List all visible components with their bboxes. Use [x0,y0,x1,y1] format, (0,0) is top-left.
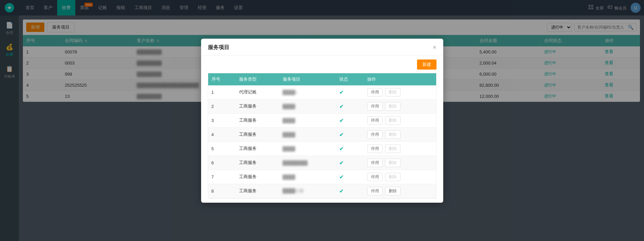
scell-action: 停用 删除 [364,99,436,113]
service-table-header: 序号 服务类型 服务项目 状态 操作 [208,73,436,85]
delete-button[interactable]: 删除 [385,145,401,153]
status-ok-icon: ✔ [339,188,344,194]
scell-status: ✔ [336,156,364,170]
modal-toolbar: 新建 [208,59,437,70]
service-table-row: 4 工商服务 ████ ✔ 停用 删除 [208,127,436,142]
service-item-modal: 服务项目 × 新建 序号 服务类型 服务项目 状态 操作 [201,39,443,203]
scol-action: 操作 [364,73,436,85]
scell-action: 停用 删除 [364,156,436,170]
scell-status: ✔ [336,85,364,99]
scell-item: ████ [279,170,336,184]
scell-status: ✔ [336,99,364,113]
scell-status: ✔ [336,113,364,127]
scell-item: ████ [279,127,336,142]
scell-action: 停用 删除 [364,184,436,198]
modal-header: 服务项目 × [201,39,443,55]
modal-body: 新建 序号 服务类型 服务项目 状态 操作 1 代理记账 [201,55,443,203]
stop-button[interactable]: 停用 [367,173,383,181]
scell-action: 停用 删除 [364,127,436,142]
scol-status: 状态 [336,73,364,85]
stop-button[interactable]: 停用 [367,130,383,139]
status-ok-icon: ✔ [339,89,344,95]
scell-item: ████ [279,99,336,113]
stop-button[interactable]: 停用 [367,187,383,195]
modal-close-button[interactable]: × [433,44,437,50]
delete-button[interactable]: 删除 [385,187,401,195]
service-table-row: 3 工商服务 ████ ✔ 停用 删除 [208,113,436,127]
scell-type: 代理记账 [236,85,279,99]
service-table-wrap: 序号 服务类型 服务项目 状态 操作 1 代理记账 ████1 ✔ 停用 删除 … [208,73,437,199]
status-ok-icon: ✔ [339,118,344,123]
service-table-body: 1 代理记账 ████1 ✔ 停用 删除 2 工商服务 ████ ✔ 停用 删除… [208,85,436,198]
scell-status: ✔ [336,127,364,142]
stop-button[interactable]: 停用 [367,159,383,167]
delete-button[interactable]: 删除 [385,102,401,111]
service-table-row: 6 工商服务 ████████ ✔ 停用 删除 [208,156,436,170]
scell-status: ✔ [336,142,364,156]
scell-seq: 7 [208,170,236,184]
scell-seq: 4 [208,127,236,142]
delete-button[interactable]: 删除 [385,159,401,167]
scell-action: 停用 删除 [364,113,436,127]
scell-type: 工商服务 [236,156,279,170]
service-table-row: 7 工商服务 ████ ✔ 停用 删除 [208,170,436,184]
status-ok-icon: ✔ [339,104,344,109]
stop-button[interactable]: 停用 [367,145,383,153]
scell-seq: 2 [208,99,236,113]
delete-button[interactable]: 删除 [385,173,401,181]
scell-item: ████████ [279,156,336,170]
service-table-row: 1 代理记账 ████1 ✔ 停用 删除 [208,85,436,99]
scell-seq: 5 [208,142,236,156]
scell-type: 工商服务 [236,113,279,127]
scell-seq: 8 [208,184,236,198]
stop-button[interactable]: 停用 [367,102,383,111]
status-ok-icon: ✔ [339,146,344,152]
scell-type: 工商服务 [236,184,279,198]
scol-seq: 序号 [208,73,236,85]
service-table: 序号 服务类型 服务项目 状态 操作 1 代理记账 ████1 ✔ 停用 删除 … [208,73,436,198]
modal-overlay[interactable]: 服务项目 × 新建 序号 服务类型 服务项目 状态 操作 [0,0,644,241]
modal-new-button[interactable]: 新建 [417,59,437,70]
scell-action: 停用 删除 [364,142,436,156]
service-table-row: 2 工商服务 ████ ✔ 停用 删除 [208,99,436,113]
stop-button[interactable]: 停用 [367,88,383,96]
scell-type: 工商服务 [236,99,279,113]
scell-status: ✔ [336,170,364,184]
scell-item: ████1 [279,85,336,99]
scell-item: ████ [279,142,336,156]
stop-button[interactable]: 停用 [367,116,383,125]
scell-type: 工商服务 [236,142,279,156]
scell-seq: 1 [208,85,236,99]
scell-action: 停用 删除 [364,170,436,184]
scell-type: 工商服务 [236,170,279,184]
delete-button[interactable]: 删除 [385,130,401,139]
delete-button[interactable]: 删除 [385,116,401,125]
service-table-row: 5 工商服务 ████ ✔ 停用 删除 [208,142,436,156]
scell-action: 停用 删除 [364,85,436,99]
scell-type: 工商服务 [236,127,279,142]
scell-seq: 6 [208,156,236,170]
delete-button[interactable]: 删除 [385,88,401,96]
modal-title: 服务项目 [208,44,229,51]
service-table-row: 8 工商服务 ████注册 ✔ 停用 删除 [208,184,436,198]
scell-seq: 3 [208,113,236,127]
scol-type: 服务类型 [236,73,279,85]
status-ok-icon: ✔ [339,174,344,180]
status-ok-icon: ✔ [339,160,344,166]
scell-item: ████注册 [279,184,336,198]
status-ok-icon: ✔ [339,132,344,137]
scol-item: 服务项目 [279,73,336,85]
scell-item: ████ [279,113,336,127]
scell-status: ✔ [336,184,364,198]
